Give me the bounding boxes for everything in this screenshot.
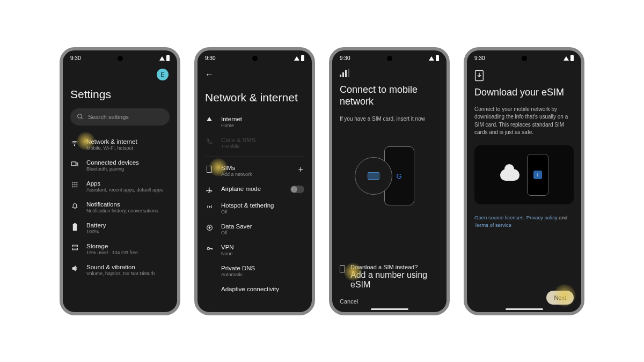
link-terms[interactable]: Terms of service — [474, 222, 511, 228]
wifi-icon — [564, 56, 569, 61]
statusbar: 9:30 — [63, 50, 177, 64]
datasaver-icon — [206, 224, 213, 231]
row-notifications[interactable]: NotificationsNotification history, conve… — [70, 197, 170, 218]
hotspot-icon — [206, 203, 213, 210]
row-network-internet[interactable]: Network & internetMobile, Wi-Fi, hotspot — [70, 134, 170, 155]
status-time: 9:30 — [474, 55, 485, 61]
svg-point-18 — [209, 206, 210, 207]
svg-point-11 — [72, 186, 73, 187]
phone-connect: 9:30 Connect to mobile network If you ha… — [329, 47, 450, 315]
svg-point-2 — [74, 145, 75, 145]
svg-point-13 — [76, 186, 77, 187]
battery-icon — [301, 55, 304, 61]
devices-icon — [71, 160, 78, 168]
page-title: Network & internet — [205, 91, 304, 104]
phone-settings: 9:30 E Settings Search settings Network … — [60, 47, 180, 315]
body-text: Connect to your mobile network by downlo… — [474, 106, 574, 137]
page-title: Download your eSIM — [474, 87, 574, 98]
status-time: 9:30 — [205, 55, 215, 61]
profile-avatar[interactable]: E — [157, 69, 169, 80]
row-private-dns[interactable]: Private DNSAutomatic — [205, 261, 304, 282]
cancel-button[interactable]: Cancel — [340, 298, 439, 305]
svg-rect-15 — [74, 223, 76, 224]
svg-point-7 — [76, 182, 77, 183]
svg-point-6 — [74, 182, 75, 183]
download-sim-row[interactable]: Download a SIM instead? Add a number usi… — [340, 264, 439, 290]
statusbar: 9:30 — [467, 50, 581, 64]
row-adaptive[interactable]: Adaptive connectivity — [205, 282, 304, 297]
svg-rect-4 — [76, 162, 78, 166]
divider — [205, 157, 304, 157]
row-apps[interactable]: AppsAssistant, recent apps, default apps — [70, 176, 170, 197]
link-privacy[interactable]: Privacy policy — [526, 215, 558, 220]
battery-icon — [436, 55, 439, 61]
battery-icon — [166, 55, 170, 61]
svg-rect-14 — [72, 224, 77, 231]
svg-point-9 — [74, 184, 75, 185]
phone-esim: 9:30 Download your eSIM Connect to your … — [464, 47, 584, 315]
cloud-icon — [500, 169, 519, 181]
row-internet[interactable]: InternetHome — [205, 112, 304, 132]
wifi-icon — [429, 56, 434, 61]
signal-icon — [340, 69, 439, 77]
battery-icon — [570, 55, 574, 61]
gesture-bar[interactable] — [371, 308, 408, 310]
svg-point-0 — [78, 114, 82, 119]
search-icon — [77, 113, 84, 120]
link-licenses[interactable]: Open source licenses — [474, 215, 523, 220]
sim-download-icon — [340, 265, 345, 272]
vpn-icon — [206, 245, 213, 252]
row-connected-devices[interactable]: Connected devicesBluetooth, pairing — [70, 155, 170, 176]
apps-icon — [71, 181, 78, 188]
esim-illustration: ↓ — [474, 145, 574, 204]
wifi-icon — [159, 56, 165, 61]
status-time: 9:30 — [70, 55, 80, 61]
wifi-icon — [71, 139, 78, 147]
back-button[interactable]: ← — [205, 64, 304, 79]
airplane-toggle[interactable] — [290, 186, 304, 193]
search-settings[interactable]: Search settings — [70, 108, 170, 125]
row-battery[interactable]: Battery100% — [70, 218, 170, 239]
svg-rect-17 — [72, 248, 77, 249]
status-icons — [159, 55, 170, 61]
search-placeholder: Search settings — [88, 114, 129, 120]
gesture-bar[interactable] — [506, 308, 543, 310]
row-hotspot[interactable]: Hotspot & tetheringOff — [205, 198, 304, 219]
sim-slot-icon — [368, 172, 379, 180]
svg-point-12 — [74, 186, 75, 187]
sim-icon — [207, 166, 212, 173]
legal-links: Open source licenses, Privacy policy and… — [474, 214, 574, 230]
wifi-icon — [294, 56, 299, 61]
row-airplane[interactable]: Airplane mode — [205, 181, 304, 198]
wifi-icon — [207, 117, 212, 121]
svg-point-10 — [76, 184, 77, 185]
airplane-icon — [206, 187, 213, 194]
svg-point-5 — [72, 182, 73, 183]
svg-rect-3 — [71, 161, 76, 165]
battery-icon — [72, 223, 77, 231]
storage-icon — [71, 244, 78, 251]
bell-icon — [71, 202, 78, 209]
svg-line-1 — [81, 117, 83, 119]
google-logo-icon: G — [396, 172, 401, 180]
page-title: Connect to mobile network — [340, 84, 439, 108]
illustration: G — [340, 136, 439, 216]
body-text: If you have a SIM card, insert it now — [340, 115, 439, 123]
next-button[interactable]: Next — [546, 291, 574, 305]
row-datasaver[interactable]: Data SaverOff — [205, 219, 304, 240]
statusbar: 9:30 — [197, 50, 312, 64]
svg-point-20 — [207, 247, 209, 249]
phone-network: 9:30 ← Network & internet InternetHome C… — [194, 47, 315, 315]
statusbar: 9:30 — [332, 50, 447, 64]
svg-point-8 — [72, 184, 73, 185]
row-sims[interactable]: SIMsAdd a network + — [205, 160, 304, 181]
status-time: 9:30 — [340, 55, 350, 61]
svg-rect-16 — [72, 245, 77, 247]
row-vpn[interactable]: VPNNone — [205, 240, 304, 261]
esim-download-icon — [474, 70, 574, 82]
add-sim-button[interactable]: + — [298, 165, 304, 174]
row-sound[interactable]: Sound & vibrationVolume, haptics, Do Not… — [70, 260, 170, 280]
download-chip-icon: ↓ — [533, 171, 542, 179]
row-calls-sms[interactable]: Calls & SMST-Mobile — [205, 132, 304, 153]
row-storage[interactable]: Storage19% used · 104 GB free — [70, 239, 170, 260]
